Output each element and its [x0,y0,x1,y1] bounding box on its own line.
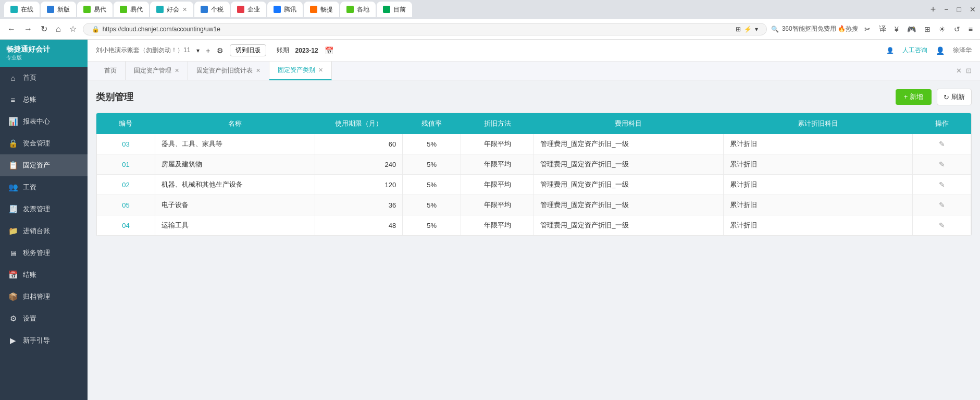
refresh-button[interactable]: ↻ 刷新 [937,89,972,105]
tab-bar-close-btn[interactable]: ✕ [956,67,962,75]
tab-label-7: 腾讯 [284,5,296,14]
browser-tab-6[interactable]: 企业 [231,2,266,17]
edit-icon[interactable]: ✎ [939,140,945,148]
sidebar-item-settings[interactable]: ⚙ 设置 [0,308,88,330]
tab-icon-0 [10,6,18,13]
search-icon: 🔍 [771,26,779,33]
tab-label-0: 在线 [21,5,33,14]
consult-icon: 👤 [886,47,894,54]
cell-id: 05 [97,195,155,215]
translate-btn[interactable]: 译 [877,22,888,36]
sidebar-item-guide[interactable]: ▶ 新手引导 [0,330,88,351]
tab-bar-expand-btn[interactable]: ⊡ [966,67,972,75]
inventory-icon: 📁 [8,226,18,236]
table-row: 01 房屋及建筑物 240 5% 年限平均 管理费用_固定资产折旧_一级 累计折… [97,154,971,175]
sun-btn[interactable]: ☀ [937,23,948,35]
sidebar-item-fund[interactable]: 🔒 资金管理 [0,132,88,154]
browser-tab-2[interactable]: 易代 [77,2,113,17]
new-tab-btn[interactable]: + [931,4,936,15]
page-tab-home[interactable]: 首页 [96,62,126,80]
grid-btn[interactable]: ⊞ [922,23,933,35]
col-id: 编号 [97,114,155,134]
browser-tab-4[interactable]: 好会 ✕ [150,2,193,17]
cell-op[interactable]: ✎ [913,134,971,154]
dropdown-icon[interactable]: ▾ [196,47,200,54]
browser-tab-5[interactable]: 个税 [194,2,230,17]
fund-icon: 🔒 [8,139,18,148]
page-tab-fixed-mgmt-close[interactable]: ✕ [175,67,179,74]
page-tab-depreciation-close[interactable]: ✕ [256,67,260,74]
reload-btn[interactable]: ↻ [39,22,49,36]
page-tab-category[interactable]: 固定资产类别 ✕ [269,62,332,80]
currency-btn[interactable]: ¥ [892,23,901,35]
undo-btn[interactable]: ↺ [952,23,962,35]
browser-tab-3[interactable]: 易代 [114,2,149,17]
browser-tab-close-4[interactable]: ✕ [182,6,187,13]
cell-expense: 管理费用_固定资产折旧_一级 [534,195,723,215]
close-btn[interactable]: ✕ [970,5,976,14]
maximize-btn[interactable]: □ [957,5,961,14]
edit-icon[interactable]: ✎ [939,201,945,209]
page-tab-fixed-mgmt[interactable]: 固定资产管理 ✕ [126,62,188,80]
settings-icon: ⚙ [8,314,18,323]
game-btn[interactable]: 🎮 [905,23,918,35]
content-area: 类别管理 + 新增 ↻ 刷新 编号 名称 使用期限（月） [88,80,980,400]
tab-icon-3 [120,6,127,13]
home-icon: ⌂ [8,74,18,82]
edit-icon[interactable]: ✎ [939,221,945,229]
url-text: https://cloud.chanjet.com/accounting/uw1… [103,26,220,33]
table-row: 04 运输工具 48 5% 年限平均 管理费用_固定资产折旧_一级 累计折旧 ✎ [97,215,971,236]
settings-gear-icon[interactable]: ⚙ [217,46,224,55]
dropdown-icon: ▾ [755,26,758,33]
tab-label-5: 个税 [211,5,224,14]
forward-btn[interactable]: → [22,22,34,36]
browser-tab-9[interactable]: 各地 [340,2,376,17]
home-btn[interactable]: ⌂ [54,22,63,36]
cell-op[interactable]: ✎ [913,215,971,236]
add-account-icon[interactable]: + [206,46,210,55]
browser-tab-7[interactable]: 腾讯 [267,2,303,17]
cell-depreciation: 累计折旧 [723,175,913,195]
edit-icon[interactable]: ✎ [939,180,945,189]
cell-op[interactable]: ✎ [913,195,971,215]
switch-to-old-btn[interactable]: 切到旧版 [230,44,266,56]
lightning-icon: ⚡ [744,26,752,33]
sidebar-item-home[interactable]: ⌂ 首页 [0,67,88,89]
cell-period: 60 [315,134,403,154]
table-wrapper: 编号 名称 使用期限（月） 残值率 折旧方法 费用科目 累计折旧科目 操作 03… [96,113,972,236]
page-tab-depreciation-table[interactable]: 固定资产折旧统计表 ✕ [188,62,269,80]
browser-tab-8[interactable]: 畅提 [304,2,339,17]
sidebar-item-report[interactable]: 📊 报表中心 [0,111,88,132]
sidebar-item-invoice[interactable]: 🧾 发票管理 [0,198,88,220]
data-table: 编号 名称 使用期限（月） 残值率 折旧方法 费用科目 累计折旧科目 操作 03… [96,113,971,236]
browser-tab-10[interactable]: 目前 [377,2,412,17]
sidebar-label-tax: 税务管理 [23,248,50,258]
browser-tab-0[interactable]: 在线 [4,2,40,17]
consult-label[interactable]: 人工咨询 [902,46,927,55]
sidebar-item-tax[interactable]: 🖥 税务管理 [0,242,88,264]
sidebar-header: 畅捷通好会计 专业版 [0,40,88,67]
sidebar-item-salary[interactable]: 👥 工资 [0,176,88,198]
page-tab-category-close[interactable]: ✕ [318,67,323,74]
browser-tab-1[interactable]: 新版 [41,2,76,17]
minimize-btn[interactable]: − [944,5,948,14]
back-btn[interactable]: ← [5,22,18,36]
add-button[interactable]: + 新增 [896,89,932,105]
sidebar-item-fixed-assets[interactable]: 📋 固定资产 [0,154,88,176]
cut-btn[interactable]: ✂ [862,23,873,35]
cell-op[interactable]: ✎ [913,175,971,195]
cell-id: 04 [97,215,155,236]
tab-icon-9 [346,6,354,13]
sidebar-item-ledger[interactable]: ≡ 总账 [0,89,88,111]
menu-btn[interactable]: ≡ [966,23,975,35]
cell-op[interactable]: ✎ [913,154,971,175]
calendar-icon[interactable]: 📅 [325,46,333,55]
sidebar-item-close[interactable]: 📅 结账 [0,264,88,286]
star-btn[interactable]: ☆ [67,22,79,36]
sidebar-item-archive[interactable]: 📦 归档管理 [0,286,88,308]
app-header: 刘小艳演示账套（勿删勿动！）11 ▾ + ⚙ 切到旧版 账期 2023-12 📅… [88,40,980,62]
tab-label-3: 易代 [130,5,143,14]
address-bar[interactable]: 🔒 https://cloud.chanjet.com/accounting/u… [83,23,767,35]
sidebar-item-inventory[interactable]: 📁 进销台账 [0,220,88,242]
edit-icon[interactable]: ✎ [939,160,945,168]
